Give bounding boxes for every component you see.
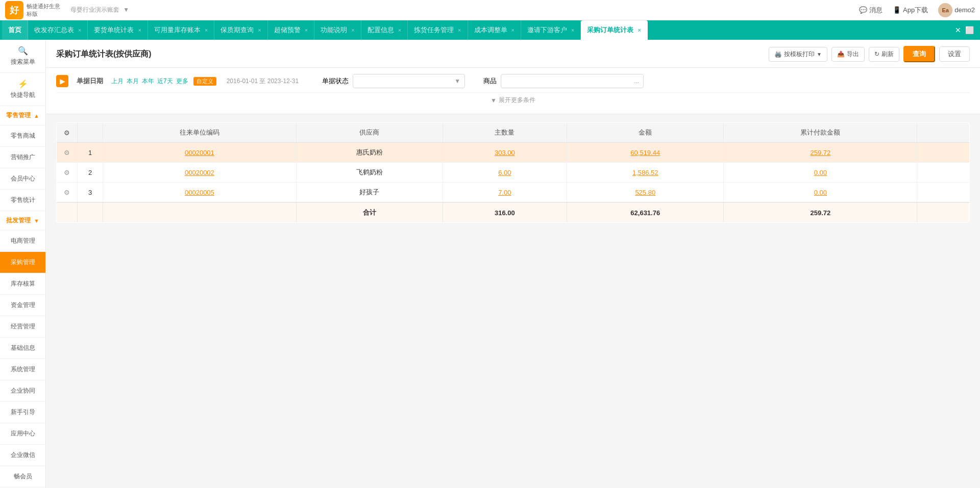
row-gear-icon[interactable]: ⚙: [64, 169, 70, 176]
sidebar-item-search[interactable]: 🔍 搜索菜单: [0, 40, 45, 73]
tab-close-gongneng[interactable]: ×: [351, 27, 354, 33]
sidebar-item-retail-group[interactable]: 零售管理 ▲: [0, 106, 45, 125]
tab-chengben[interactable]: 成本调整单 ×: [468, 20, 521, 40]
row-gear-icon[interactable]: ⚙: [64, 189, 70, 196]
message-button[interactable]: 💬 消息: [859, 6, 883, 15]
tab-baozhi[interactable]: 保质期查询 ×: [214, 20, 267, 40]
tab-close-peizhi[interactable]: ×: [398, 27, 401, 33]
row-code-3[interactable]: 00020005: [103, 183, 297, 203]
row-gear-icon[interactable]: ⚙: [64, 149, 70, 157]
breadcrumb-dropdown-icon[interactable]: ▼: [123, 6, 129, 13]
row-settings[interactable]: ⚙: [57, 183, 78, 203]
custom-tag: 自定义: [193, 77, 216, 86]
sidebar-item-base[interactable]: 基础信息: [0, 338, 45, 359]
sidebar-item-marketing[interactable]: 营销推广: [0, 147, 45, 168]
tab-close-caigou[interactable]: ×: [638, 27, 641, 33]
tab-peizhi[interactable]: 配置信息 ×: [361, 20, 408, 40]
sidebar-item-retail-stat[interactable]: 零售统计: [0, 190, 45, 211]
tab-close-kuyong[interactable]: ×: [205, 27, 208, 33]
status-select[interactable]: ▼: [353, 74, 465, 88]
sidebar-item-inventory[interactable]: 库存核算: [0, 273, 45, 295]
table-row[interactable]: ⚙ 3 00020005 好孩子 7.00 525.80 0.00: [57, 183, 970, 203]
sidebar-item-collab[interactable]: 企业协同: [0, 380, 45, 402]
row-amount-3[interactable]: 525.80: [567, 183, 724, 203]
user-menu[interactable]: Ea demo2: [938, 3, 975, 17]
tab-close-yaoqing[interactable]: ×: [571, 27, 574, 33]
sidebar-item-operation[interactable]: 经营管理: [0, 316, 45, 338]
nav-maximize-icon[interactable]: ⬜: [965, 26, 974, 34]
shortcut-more[interactable]: 更多: [176, 77, 188, 86]
row-code-2[interactable]: 00020002: [103, 163, 297, 183]
filter-toggle[interactable]: ▶: [56, 75, 68, 87]
table-body: ⚙ 1 00020001 惠氏奶粉 303.00 60,519.44 259.7…: [57, 143, 970, 203]
tab-caigou[interactable]: 采购订单统计表 ×: [581, 20, 647, 40]
tab-yaohuo[interactable]: 要货单统计表 ×: [88, 20, 148, 40]
shortcut-this-month[interactable]: 本月: [127, 77, 139, 86]
row-code-1[interactable]: 00020001: [103, 143, 297, 163]
retail-group-label: 零售管理: [6, 111, 31, 120]
sidebar-item-wholesale-group[interactable]: 批发管理 ▼: [0, 211, 45, 230]
row-quantity-3[interactable]: 7.00: [443, 183, 567, 203]
export-button[interactable]: 📤 导出: [831, 47, 865, 62]
query-button[interactable]: 查询: [903, 46, 935, 62]
col-header-supplier: 供应商: [296, 123, 443, 143]
table-row[interactable]: ⚙ 1 00020001 惠氏奶粉 303.00 60,519.44 259.7…: [57, 143, 970, 163]
sidebar-item-retail-shop[interactable]: 零售商城: [0, 125, 45, 147]
tab-yaoqing[interactable]: 邀请下游客户 ×: [521, 20, 581, 40]
goods-filter-group: 商品 ...: [483, 74, 644, 88]
tab-close-chaochu[interactable]: ×: [305, 27, 308, 33]
print-button[interactable]: 🖨️ 按模板打印 ▼: [769, 47, 827, 62]
row-quantity-1[interactable]: 303.00: [443, 143, 567, 163]
refresh-icon: ↻: [874, 50, 879, 58]
sidebar-label-retail-stat: 零售统计: [11, 196, 35, 204]
row-quantity-2[interactable]: 6.00: [443, 163, 567, 183]
tab-close-jianhuo[interactable]: ×: [458, 27, 461, 33]
sidebar-item-apps[interactable]: 应用中心: [0, 423, 45, 445]
settings-col-header[interactable]: ⚙: [57, 123, 78, 143]
tab-kuyong[interactable]: 可用量库存账本 ×: [148, 20, 214, 40]
table-header: ⚙ 往来单位编码 供应商 主数量 金额 累计付款金额: [57, 123, 970, 143]
tab-close-chengben[interactable]: ×: [511, 27, 514, 33]
sidebar-item-finance[interactable]: 资金管理: [0, 295, 45, 316]
nav-close-icon[interactable]: ✕: [955, 26, 961, 34]
goods-more-icon[interactable]: ...: [634, 78, 639, 85]
tab-close-shoufa[interactable]: ×: [78, 27, 81, 33]
sidebar-item-vip[interactable]: 畅会员: [0, 466, 45, 487]
sidebar-item-ecommerce[interactable]: 电商管理: [0, 230, 45, 252]
settings-icon[interactable]: ⚙: [64, 129, 70, 137]
sidebar-item-guide[interactable]: 新手引导: [0, 402, 45, 423]
sidebar-item-purchase[interactable]: 采购管理: [0, 252, 45, 273]
tab-jianhuo[interactable]: 拣货任务管理 ×: [408, 20, 468, 40]
row-supplier-3: 好孩子: [296, 183, 443, 203]
refresh-button[interactable]: ↻ 刷新: [869, 47, 899, 62]
expand-more-button[interactable]: ▼ 展开更多条件: [491, 96, 535, 105]
sidebar-item-system[interactable]: 系统管理: [0, 359, 45, 380]
row-paid-1[interactable]: 259.72: [724, 143, 917, 163]
row-paid-2[interactable]: 0.00: [724, 163, 917, 183]
tab-close-baozhi[interactable]: ×: [258, 27, 261, 33]
shortcut-7days[interactable]: 近7天: [157, 77, 173, 86]
goods-select[interactable]: ...: [501, 74, 644, 88]
tab-chaochu[interactable]: 超储预警 ×: [268, 20, 314, 40]
sidebar-item-member[interactable]: 会员中心: [0, 168, 45, 190]
row-amount-2[interactable]: 1,586.52: [567, 163, 724, 183]
shortcut-last-month[interactable]: 上月: [111, 77, 124, 86]
row-amount-1[interactable]: 60,519.44: [567, 143, 724, 163]
app-download-button[interactable]: 📱 App下载: [893, 6, 928, 15]
tab-shoufa[interactable]: 收发存汇总表 ×: [28, 20, 88, 40]
row-paid-3[interactable]: 0.00: [724, 183, 917, 203]
sidebar-item-wecom[interactable]: 企业微信: [0, 445, 45, 466]
table-row[interactable]: ⚙ 2 00020002 飞鹤奶粉 6.00 1,586.52 0.00: [57, 163, 970, 183]
tab-home[interactable]: 首页: [2, 20, 28, 40]
sidebar: 🔍 搜索菜单 ⚡ 快捷导航 零售管理 ▲ 零售商城 营销推广 会员中心 零售统计…: [0, 40, 46, 488]
row-settings[interactable]: ⚙: [57, 143, 78, 163]
settings-button[interactable]: 设置: [939, 46, 970, 62]
col-header-num: [78, 123, 103, 143]
shortcut-this-year[interactable]: 本年: [142, 77, 154, 86]
tab-gongneng[interactable]: 功能说明 ×: [314, 20, 361, 40]
date-separator: 至: [259, 78, 267, 85]
row-settings[interactable]: ⚙: [57, 163, 78, 183]
tab-close-yaohuo[interactable]: ×: [138, 27, 141, 33]
sidebar-item-quick[interactable]: ⚡ 快捷导航: [0, 73, 45, 106]
sidebar-label-search: 搜索菜单: [11, 58, 35, 66]
